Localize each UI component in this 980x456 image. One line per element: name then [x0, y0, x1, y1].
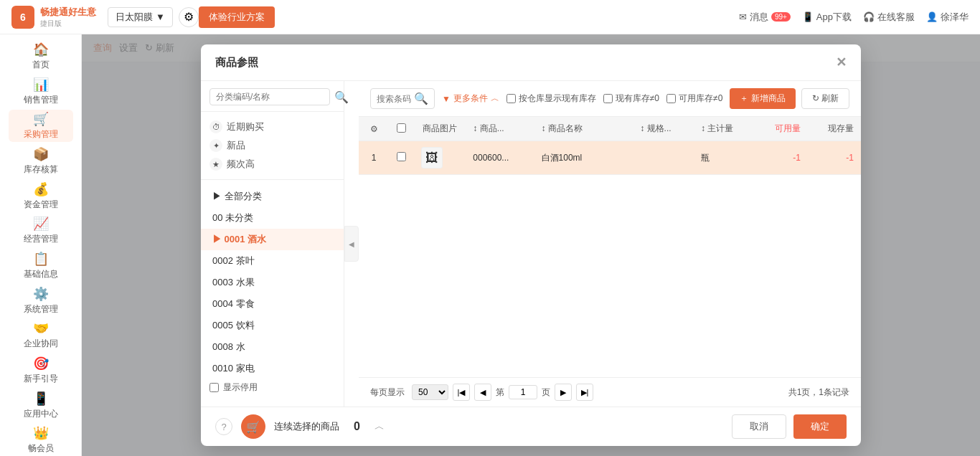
page-number-input[interactable]	[509, 385, 537, 399]
table-row[interactable]: 1 🖼 000600... 白酒100ml 瓶 -1	[359, 141, 861, 175]
messages-btn[interactable]: ✉ 消息 99+	[739, 11, 791, 24]
more-conditions-label: 更多条件	[453, 92, 488, 105]
header-right: ✉ 消息 99+ 📱 App下载 🎧 在线客服 👤 徐泽华	[739, 11, 969, 24]
apps-icon: 📱	[33, 391, 49, 407]
by-warehouse-checkbox[interactable]	[507, 94, 516, 103]
cat-water[interactable]: 0008 水	[201, 336, 344, 358]
col-spec-header[interactable]: ↕ 规格...	[633, 117, 694, 141]
product-search-icon[interactable]: 🔍	[414, 92, 428, 105]
category-search-input[interactable]	[209, 88, 330, 105]
confirm-btn[interactable]: 确定	[793, 414, 847, 439]
sidebar-item-collab-label: 企业协同	[24, 338, 58, 350]
cat-fruit[interactable]: 0003 水果	[201, 272, 344, 293]
sidebar-item-inventory[interactable]: 📦 库存核算	[9, 145, 73, 177]
experience-btn[interactable]: 体验行业方案	[199, 6, 275, 28]
row-code-cell: 000600...	[466, 141, 534, 175]
by-warehouse-label[interactable]: 按仓库显示现有库存	[507, 92, 596, 105]
existing-stock-label[interactable]: 现有库存≠0	[603, 92, 659, 105]
cat-snacks[interactable]: 0004 零食	[201, 293, 344, 315]
quick-link-frequent[interactable]: ★ 频次高	[209, 155, 335, 174]
row-checkbox-cell[interactable]	[389, 141, 414, 175]
sidebar-item-sales-label: 销售管理	[24, 94, 58, 106]
prev-page-btn[interactable]: ◀	[474, 384, 491, 401]
sidebar-item-guide-label: 新手引导	[24, 373, 58, 385]
main-area: 查询 设置 ↻ 刷新 商品参照 ✕ 🔍	[82, 34, 980, 456]
modal-footer: ? 🛒 连续选择的商品 0 ︿ 取消 确定	[201, 407, 861, 446]
per-page-label: 每页显示	[370, 386, 405, 399]
last-page-btn[interactable]: ▶|	[576, 384, 593, 401]
sidebar-item-basic[interactable]: 📋 基础信息	[9, 250, 73, 282]
cat-tea[interactable]: 0002 茶叶	[201, 250, 344, 272]
cat-liquor[interactable]: ▶ 0001 酒水	[201, 229, 344, 250]
guide-icon: 🎯	[33, 356, 49, 371]
col-unit-header[interactable]: ↕ 主计量	[694, 117, 747, 141]
page-suffix-label: 页	[542, 386, 550, 399]
product-panel: 🔍 ▼ 更多条件 ︿ 按仓库显示现有库存	[359, 81, 861, 407]
col-image-header: 商品图片	[414, 117, 466, 141]
sidebar-item-apps[interactable]: 📱 应用中心	[9, 389, 73, 422]
settings-icon[interactable]: ⚙	[179, 7, 199, 27]
col-select-all[interactable]	[389, 117, 414, 141]
modal-body: 🔍 ⏱ 近期购买 ✦ 新品 ★ 频次高	[201, 81, 861, 407]
row-image-cell: 🖼	[414, 141, 466, 175]
quick-link-recent[interactable]: ⏱ 近期购买	[209, 118, 335, 136]
show-disabled-label: 显示停用	[223, 381, 258, 394]
cart-label: 连续选择的商品	[274, 420, 339, 433]
app-download-btn[interactable]: 📱 App下载	[802, 11, 852, 24]
sidebar-item-purchase-label: 采购管理	[24, 128, 58, 141]
cat-all[interactable]: ▶ 全部分类	[201, 186, 344, 207]
footer-buttons: 取消 确定	[732, 414, 847, 439]
sidebar-item-sales[interactable]: 📊 销售管理	[9, 75, 73, 108]
col-name-header[interactable]: ↕ 商品名称	[534, 117, 633, 141]
sidebar-item-home[interactable]: 🏠 首页	[9, 40, 73, 72]
per-page-select[interactable]: 50 10 20 100	[412, 384, 448, 400]
sidebar-item-guide[interactable]: 🎯 新手引导	[9, 354, 73, 386]
online-service-btn[interactable]: 🎧 在线客服	[863, 11, 915, 24]
quick-link-new[interactable]: ✦ 新品	[209, 136, 335, 155]
sidebar-item-operations[interactable]: 📈 经营管理	[9, 214, 73, 247]
more-conditions-btn[interactable]: ▼ 更多条件 ︿	[442, 92, 499, 105]
sidebar-item-system[interactable]: ⚙️ 系统管理	[9, 285, 73, 317]
cat-drinks[interactable]: 0005 饮料	[201, 315, 344, 336]
row-name-cell: 白酒100ml	[534, 141, 633, 175]
cat-appliances[interactable]: 0010 家电	[201, 358, 344, 376]
add-product-btn[interactable]: ＋ 新增商品	[730, 88, 795, 109]
cart-btn[interactable]: 🛒	[241, 414, 265, 439]
sidebar-item-member[interactable]: 👑 畅会员	[9, 424, 73, 456]
col-code-header[interactable]: ↕ 商品...	[466, 117, 534, 141]
category-panel: 🔍 ⏱ 近期购买 ✦ 新品 ★ 频次高	[201, 81, 344, 407]
existing-stock-checkbox[interactable]	[603, 94, 613, 103]
first-page-btn[interactable]: |◀	[453, 384, 470, 401]
next-page-btn[interactable]: ▶	[555, 384, 572, 401]
row-stock-cell: -1	[808, 141, 861, 175]
cat-uncategorized[interactable]: 00 未分类	[201, 207, 344, 229]
total-info: 共1页，1条记录	[788, 386, 849, 399]
col-available-header: 可用量	[747, 117, 808, 141]
product-data-table: ⚙ 商品图片 ↕ 商品... ↕ 商品名称 ↕ 规格... ↕ 主计量 可用量 …	[359, 117, 861, 175]
toolbar-right: ＋ 新增商品 ↻ 刷新	[730, 88, 849, 109]
category-search-area: 🔍	[201, 88, 344, 112]
collapse-footer-btn[interactable]: ︿	[374, 420, 385, 433]
sidebar-item-purchase[interactable]: 🛒 采购管理	[9, 110, 73, 142]
help-icon[interactable]: ?	[215, 418, 232, 435]
user-menu[interactable]: 👤 徐泽华	[926, 11, 969, 24]
refresh-btn[interactable]: ↻ 刷新	[801, 88, 849, 109]
home-icon: 🏠	[33, 42, 49, 57]
modal-close-btn[interactable]: ✕	[836, 54, 847, 70]
store-selector[interactable]: 日太阳膜 ▼	[108, 7, 173, 27]
frequent-icon: ★	[209, 158, 222, 171]
category-search-icon[interactable]: 🔍	[334, 90, 349, 104]
col-settings[interactable]: ⚙	[359, 117, 389, 141]
available-stock-label[interactable]: 可用库存≠0	[666, 92, 722, 105]
sidebar-item-apps-label: 应用中心	[24, 408, 58, 420]
sidebar-item-collab[interactable]: 🤝 企业协同	[9, 319, 73, 351]
cancel-btn[interactable]: 取消	[732, 414, 786, 439]
collapse-panel-btn[interactable]: ◀	[344, 226, 359, 262]
show-disabled-checkbox[interactable]	[209, 383, 219, 392]
sidebar-item-finance[interactable]: 💰 资金管理	[9, 180, 73, 212]
product-search-box: 🔍	[370, 88, 435, 109]
row-select-checkbox[interactable]	[397, 152, 406, 161]
select-all-checkbox[interactable]	[397, 123, 406, 133]
available-stock-checkbox[interactable]	[666, 94, 676, 103]
product-search-input[interactable]	[377, 94, 411, 104]
